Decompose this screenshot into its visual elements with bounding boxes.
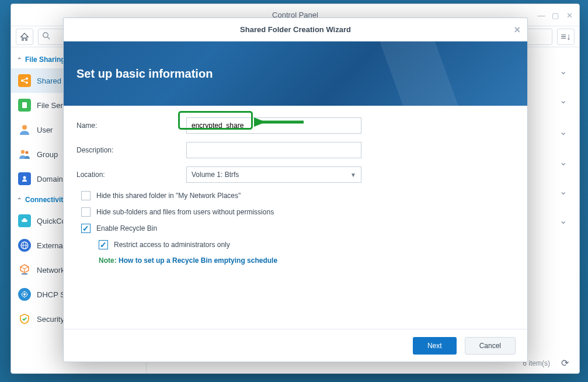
checkbox-recycle-bin[interactable]	[81, 224, 91, 233]
security-icon	[18, 312, 31, 325]
shared-folder-wizard: Shared Folder Creation Wizard × Set up b…	[63, 18, 528, 362]
note-row: Note: How to set up a Recycle Bin emptyi…	[76, 256, 514, 265]
dhcp-icon	[18, 288, 31, 301]
expand-toggle[interactable]: ⌄	[557, 65, 569, 77]
search-icon	[42, 32, 50, 42]
checkbox-label: Hide sub-folders and files from users wi…	[96, 208, 274, 216]
close-icon[interactable]: ×	[514, 24, 520, 36]
wizard-title: Shared Folder Creation Wizard	[240, 25, 351, 34]
sidebar-item-label: Group	[37, 150, 58, 159]
wizard-heading: Set up basic information	[76, 67, 213, 81]
close-window-button[interactable]: ✕	[564, 10, 575, 20]
svg-point-10	[25, 151, 28, 154]
svg-line-5	[23, 79, 26, 80]
next-button[interactable]: Next	[413, 337, 457, 355]
quickconnect-icon	[18, 214, 31, 227]
sidebar-item-label: Security	[37, 315, 64, 324]
refresh-icon[interactable]: ⟳	[561, 357, 569, 369]
checkbox-hide-network[interactable]	[81, 191, 91, 200]
sidebar-item-label: Network	[37, 266, 65, 275]
svg-point-4	[26, 82, 28, 84]
svg-rect-7	[22, 102, 27, 108]
svg-point-11	[23, 176, 26, 179]
location-label: Location:	[76, 171, 186, 179]
checkbox-label: Restrict access to administrators only	[114, 241, 230, 249]
expand-toggle[interactable]: ⌄	[557, 214, 569, 226]
external-access-icon	[18, 239, 31, 252]
checkbox-restrict-admin[interactable]	[99, 240, 108, 249]
checkbox-label: Enable Recycle Bin	[96, 224, 157, 232]
maximize-button[interactable]: ▢	[550, 10, 561, 20]
svg-point-16	[23, 293, 26, 296]
svg-line-1	[47, 37, 50, 39]
cancel-button[interactable]: Cancel	[465, 337, 516, 355]
svg-point-0	[43, 32, 48, 37]
user-icon	[18, 123, 31, 136]
svg-point-3	[26, 78, 28, 80]
svg-point-8	[22, 125, 27, 130]
note-link[interactable]: How to set up a Recycle Bin emptying sch…	[119, 256, 277, 265]
checkbox-label: Hide this shared folder in "My Network P…	[96, 192, 241, 200]
description-label: Description:	[76, 146, 186, 154]
checkbox-hide-subfolders[interactable]	[81, 207, 91, 217]
file-services-icon	[18, 99, 31, 112]
wizard-footer: Next Cancel	[64, 329, 527, 362]
note-label: Note:	[99, 256, 117, 265]
caret-down-icon: ▼	[350, 172, 356, 178]
network-icon	[18, 263, 31, 276]
chevron-up-icon: ⌃	[17, 197, 22, 203]
svg-point-9	[21, 150, 25, 154]
cancel-button-label: Cancel	[479, 342, 501, 350]
view-toggle-button[interactable]: ≡↓	[557, 29, 575, 45]
location-value: Volume 1: Btrfs	[192, 171, 239, 179]
domain-ldap-icon	[18, 172, 31, 185]
wizard-header: Set up basic information	[64, 41, 527, 106]
name-input[interactable]	[186, 117, 361, 134]
sidebar-item-label: User	[37, 126, 53, 134]
next-button-label: Next	[427, 342, 442, 350]
chevron-up-icon: ⌃	[17, 57, 22, 63]
location-select[interactable]: Volume 1: Btrfs ▼	[186, 166, 361, 183]
group-icon	[18, 148, 31, 161]
expand-toggle[interactable]: ⌄	[557, 94, 569, 106]
home-button[interactable]	[16, 29, 33, 45]
sidebar-group-label: Connectivity	[25, 196, 67, 204]
shared-folder-icon	[18, 74, 31, 87]
expand-toggle[interactable]: ⌄	[557, 126, 569, 137]
minimize-button[interactable]: —	[536, 10, 547, 20]
svg-line-6	[23, 81, 26, 82]
name-label: Name:	[76, 121, 186, 130]
expand-toggle[interactable]: ⌄	[557, 185, 569, 197]
wizard-titlebar[interactable]: Shared Folder Creation Wizard ×	[64, 18, 527, 41]
description-input[interactable]	[186, 142, 361, 158]
wizard-body: Name: Description: Location: Volume 1: B…	[64, 106, 527, 276]
sidebar-group-label: File Sharing	[25, 55, 65, 64]
expand-toggle[interactable]: ⌄	[557, 156, 569, 168]
